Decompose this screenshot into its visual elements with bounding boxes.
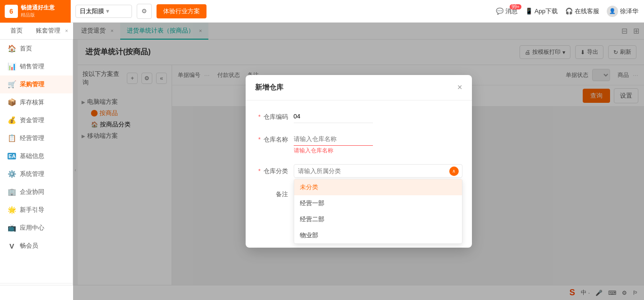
category-option-0[interactable]: 未分类 [294, 179, 462, 195]
chevron-down-icon: ▾ [106, 8, 109, 15]
remark-label: 备注 [255, 187, 288, 199]
user-menu-button[interactable]: 👤 徐泽华 [607, 6, 638, 17]
sidebar-item-newbie[interactable]: 🌟 新手引导 [0, 201, 73, 219]
store-selector[interactable]: 日太阳膜 ▾ [75, 5, 132, 18]
required-star-name: * [258, 136, 261, 143]
warehouse-category-label: * 仓库分类 [255, 164, 288, 175]
logo-text: 畅捷通好生意 精品版 [21, 4, 55, 18]
category-dropdown-toggle[interactable]: ∧ [449, 167, 459, 176]
headset-icon: 🎧 [565, 8, 573, 15]
sidebar-item-inventory-label: 库存核算 [20, 98, 44, 107]
sidebar-item-system[interactable]: ⚙️ 系统管理 [0, 165, 73, 183]
sidebar-item-home[interactable]: 🏠 首页 [0, 40, 73, 58]
logo-area: 6 畅捷通好生意 精品版 [0, 0, 71, 23]
tab-home-label: 首页 [10, 26, 23, 35]
sidebar-item-app-center[interactable]: 📺 应用中心 [0, 219, 73, 237]
sidebar-item-enterprise-label: 企业协同 [20, 188, 44, 196]
warehouse-name-error: 请输入仓库名称 [294, 147, 462, 155]
sidebar-item-home-label: 首页 [20, 44, 32, 53]
sidebar-item-finance-label: 资金管理 [20, 116, 44, 125]
operations-icon: 📋 [8, 134, 16, 142]
warehouse-code-label: * 仓库编码 [255, 110, 288, 121]
sidebar-item-system-label: 系统管理 [20, 170, 44, 178]
category-option-2[interactable]: 经营二部 [294, 211, 462, 227]
phone-icon: 📱 [525, 8, 533, 15]
category-option-3[interactable]: 物业部 [294, 227, 462, 243]
form-row-category: * 仓库分类 ∧ 未分类 经营一部 经营二部 物业部 [255, 164, 462, 178]
sidebar: 🏠 首页 📊 销售管理 🛒 采购管理 📦 库存核算 💰 资金管理 📋 经营管理 … [0, 40, 73, 300]
tab-home[interactable]: 首页 [4, 23, 29, 40]
message-button[interactable]: 💬 消息 99+ [496, 7, 518, 16]
warehouse-category-input[interactable] [294, 164, 462, 178]
vip-icon: V [8, 242, 16, 250]
purchase-icon: 🛒 [8, 80, 16, 89]
online-service-button[interactable]: 🎧 在线客服 [565, 7, 599, 16]
user-icon: 👤 [609, 8, 616, 14]
sidebar-item-enterprise[interactable]: 🏢 企业协同 [0, 183, 73, 201]
required-star-category: * [258, 167, 261, 175]
required-star-code: * [258, 113, 261, 120]
sidebar-item-inventory[interactable]: 📦 库存核算 [0, 93, 73, 111]
app-download-button[interactable]: 📱 App下载 [525, 7, 558, 16]
logo-icon: 6 [5, 5, 18, 18]
tab-account-label: 账套管理 [36, 26, 60, 35]
form-row-code: * 仓库编码 [255, 110, 462, 123]
system-icon: ⚙️ [8, 170, 16, 178]
trial-button[interactable]: 体验行业方案 [157, 4, 206, 18]
sidebar-item-app-center-label: 应用中心 [20, 224, 44, 232]
header-right: 💬 消息 99+ 📱 App下载 🎧 在线客服 👤 徐泽华 [496, 6, 638, 17]
sidebar-item-sales[interactable]: 📊 销售管理 [0, 58, 73, 75]
finance-icon: 💰 [8, 116, 16, 125]
tab-account[interactable]: 账套管理 × [29, 23, 74, 40]
sidebar-item-basic-info[interactable]: EA 基础信息 [0, 147, 73, 165]
modal-body: * 仓库编码 * 仓库名称 请输入仓库名称 [246, 100, 472, 219]
category-option-1[interactable]: 经营一部 [294, 195, 462, 211]
sidebar-item-newbie-label: 新手引导 [20, 206, 44, 214]
warehouse-name-input[interactable] [294, 133, 373, 146]
enterprise-icon: 🏢 [8, 188, 16, 196]
tab-account-close[interactable]: × [65, 28, 68, 33]
gear-button[interactable]: ⚙ [137, 4, 152, 19]
warehouse-modal: 新增仓库 × * 仓库编码 * 仓库名称 [246, 75, 472, 248]
warehouse-code-input[interactable] [294, 110, 373, 123]
basic-info-icon: EA [8, 153, 16, 159]
form-row-name: * 仓库名称 请输入仓库名称 [255, 133, 462, 155]
message-icon: 💬 [496, 8, 504, 15]
modal-title: 新增仓库 [255, 83, 283, 92]
modal-close-button[interactable]: × [457, 83, 462, 92]
sales-icon: 📊 [8, 62, 16, 71]
newbie-icon: 🌟 [8, 206, 16, 214]
sidebar-item-sales-label: 销售管理 [20, 62, 44, 71]
sidebar-item-purchase-label: 采购管理 [20, 80, 44, 89]
app-center-icon: 📺 [8, 224, 16, 232]
home-icon: 🏠 [8, 44, 16, 53]
warehouse-category-wrapper: ∧ 未分类 经营一部 经营二部 物业部 [294, 164, 462, 178]
sidebar-item-operations-label: 经营管理 [20, 134, 44, 142]
warehouse-name-label: * 仓库名称 [255, 133, 288, 144]
message-badge: 99+ [510, 4, 521, 9]
sidebar-item-basic-info-label: 基础信息 [20, 152, 44, 160]
sidebar-item-operations[interactable]: 📋 经营管理 [0, 129, 73, 147]
modal-overlay: 新增仓库 × * 仓库编码 * 仓库名称 [73, 23, 644, 300]
inventory-icon: 📦 [8, 98, 16, 107]
warehouse-code-box [294, 110, 462, 123]
top-header: 6 畅捷通好生意 精品版 日太阳膜 ▾ ⚙ 体验行业方案 💬 消息 99+ 📱 … [0, 0, 644, 23]
sidebar-item-vip[interactable]: V 畅会员 [0, 237, 73, 255]
sidebar-item-vip-label: 畅会员 [20, 242, 38, 250]
sidebar-item-purchase[interactable]: 🛒 采购管理 [0, 75, 73, 93]
warehouse-name-box: 请输入仓库名称 [294, 133, 462, 155]
sidebar-item-finance[interactable]: 💰 资金管理 [0, 111, 73, 129]
modal-header: 新增仓库 × [246, 75, 472, 100]
gear-icon: ⚙ [141, 8, 147, 15]
avatar: 👤 [607, 6, 618, 17]
category-dropdown: 未分类 经营一部 经营二部 物业部 [294, 179, 462, 244]
